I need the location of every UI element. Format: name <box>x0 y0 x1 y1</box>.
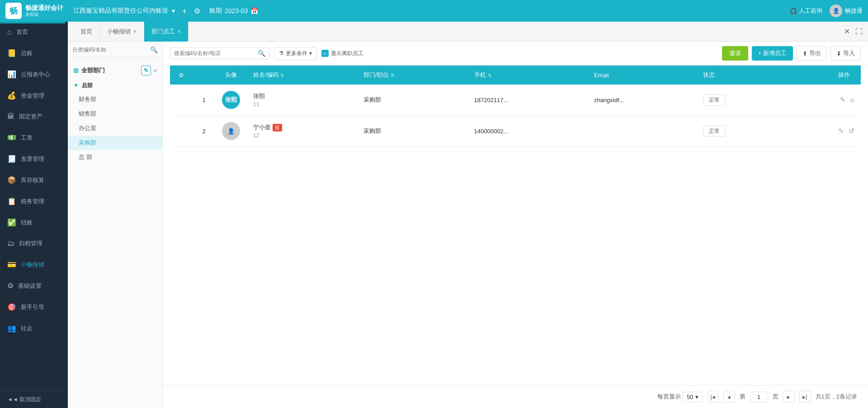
dept-item-xiaoshou[interactable]: 销售部 <box>68 107 162 121</box>
page-next-button[interactable]: ▸ <box>783 391 795 403</box>
close-window-icon[interactable]: ✕ <box>844 27 850 36</box>
th-phone[interactable]: 手机 ⇅ <box>468 66 588 84</box>
user-name: 畅捷通 <box>845 7 863 15</box>
sidebar-item-label: 发票管理 <box>21 155 44 163</box>
th-settings[interactable]: ⚙ <box>170 66 193 84</box>
page-number-input[interactable] <box>750 392 768 402</box>
dept-item-bangongshi[interactable]: 办公室 <box>68 121 162 136</box>
status-badge: 正常 <box>703 94 726 106</box>
sidebar-item-salary[interactable]: 💵 工资 <box>0 127 68 148</box>
per-page-dropdown[interactable]: 50 ▾ <box>683 392 702 402</box>
sidebar-item-inventory[interactable]: 📦 库存核算 <box>0 169 68 191</box>
header-add-icon[interactable]: ＋ <box>180 5 189 16</box>
import-icon: ⬇ <box>836 50 841 57</box>
maximize-window-icon[interactable]: ⛶ <box>855 28 863 36</box>
name-code-cell: 张熙11 <box>247 84 357 116</box>
export-icon: ⬆ <box>802 50 807 57</box>
dept-item-caigou[interactable]: 采购部 <box>68 136 162 150</box>
tab-expense-close[interactable]: × <box>133 28 137 35</box>
th-name-code[interactable]: 姓名/编码 ⇅ <box>247 66 357 84</box>
sidebar-item-home[interactable]: ⌂ 首页 <box>0 22 68 42</box>
export-button[interactable]: ⬆ 导出 <box>797 46 827 61</box>
avatar-cell: 张熙 <box>215 84 247 116</box>
sidebar-item-label: 归档管理 <box>19 239 42 248</box>
filter-button[interactable]: ⚗ 更多条件 ▾ <box>274 47 317 60</box>
sidebar-item-tax[interactable]: 📋 税务管理 <box>0 191 68 212</box>
dept-item-caiwu[interactable]: 财务部 <box>68 92 162 107</box>
invite-button[interactable]: 邀请 <box>722 46 748 61</box>
guide-icon: 🎯 <box>7 303 16 311</box>
assets-icon: 🏛 <box>7 113 14 121</box>
emp-search-icon[interactable]: 🔍 <box>258 50 265 57</box>
show-resigned-checkbox[interactable]: ✓ 显示离职员工 <box>321 50 363 57</box>
import-button[interactable]: ⬇ 导入 <box>830 46 861 61</box>
th-actions: 操作 <box>787 66 861 84</box>
tab-dept-close[interactable]: × <box>178 28 181 35</box>
logo-area: 畅 畅捷通好会计 旗舰版 <box>5 3 73 19</box>
dept-search-input[interactable] <box>72 47 147 53</box>
calendar-icon[interactable]: 📅 <box>250 7 258 14</box>
sidebar-item-reports[interactable]: 📊 云报表中心 <box>0 64 68 85</box>
delete-employee-icon[interactable]: ↺ <box>849 127 854 135</box>
sidebar-item-label: 新手引导 <box>21 303 44 311</box>
sidebar-item-assets[interactable]: 🏛 固定资产 <box>0 106 68 127</box>
dept-all-icon: ⊞ <box>73 67 79 74</box>
page-first-button[interactable]: |◂ <box>707 391 719 403</box>
dept-search-icon[interactable]: 🔍 <box>150 46 158 53</box>
sidebar-item-ledger[interactable]: 📒 总账 <box>0 42 68 64</box>
dept-item-zongbu2[interactable]: 总 部 <box>68 150 162 164</box>
sidebar-item-funds[interactable]: 💰 资金管理 <box>0 85 68 106</box>
row-settings-cell <box>170 116 193 147</box>
header-settings-icon[interactable]: ⚙ <box>194 7 200 15</box>
row-num-cell: 1 <box>193 84 215 116</box>
period-value: 2023-03 <box>225 7 248 14</box>
sidebar-item-settings[interactable]: ⚙ 基础设置 <box>0 275 68 296</box>
expand-icon[interactable]: ▼ <box>73 82 79 89</box>
tab-home[interactable]: 首页 <box>73 22 100 42</box>
filter-icon: ⚗ <box>279 50 284 56</box>
dept-edit-button[interactable]: ✎ <box>141 66 151 75</box>
dept-all-row[interactable]: ⊞ 全部部门 ✎ « <box>68 62 162 79</box>
name-code-cell: 宁小壹应12 <box>247 116 357 147</box>
dept-all-label: 全部部门 <box>81 66 105 75</box>
top-header: 畅 畅捷通好会计 旗舰版 江西服宝精品有限责任公司内账张 ▾ ＋ ⚙ 账期 20… <box>0 0 868 22</box>
employee-name: 宁小壹 <box>253 123 271 131</box>
sidebar-item-label: 总账 <box>21 49 33 57</box>
sidebar-item-label: 税务管理 <box>21 197 44 206</box>
page-prev-button[interactable]: ◂ <box>723 391 735 403</box>
sidebar-item-more[interactable]: 👥 社众 <box>0 318 68 339</box>
sidebar-item-checkout[interactable]: ✅ 结账 <box>0 212 68 233</box>
sidebar: ⌂ 首页 📒 总账 📊 云报表中心 💰 资金管理 🏛 固定资产 💵 工资 🧾 发… <box>0 22 68 408</box>
sidebar-unpin-button[interactable]: ◄◄ 取消固定 <box>0 391 68 408</box>
sidebar-item-archive[interactable]: 🗂 归档管理 <box>0 233 68 254</box>
th-dept-position[interactable]: 部门/职位 ⇅ <box>357 66 467 84</box>
logo-text-area: 畅捷通好会计 旗舰版 <box>25 4 63 18</box>
employee-table: ⚙ 头像 姓名/编码 ⇅ <box>170 66 861 147</box>
emp-search-input[interactable] <box>174 50 255 56</box>
sidebar-item-expense[interactable]: 💳 小畅报销 <box>0 254 68 275</box>
company-dropdown-icon[interactable]: ▾ <box>172 7 175 14</box>
dept-collapse-icon[interactable]: « <box>154 67 157 74</box>
employee-panel: 🔍 ⚗ 更多条件 ▾ ✓ 显示离职员工 邀请 <box>163 42 868 408</box>
header-user[interactable]: 👤 畅捷通 <box>830 5 863 17</box>
tab-expense[interactable]: 小畅报销 × <box>100 22 144 42</box>
table-row: 2👤宁小壹应12采购部140000002...正常✎↺ <box>170 116 861 147</box>
logout-employee-icon[interactable]: ⎋ <box>850 96 854 104</box>
toolbar-right: 邀请 + 新增员工 ⬆ 导出 ⬇ 导入 <box>722 46 861 61</box>
sidebar-scroll-indicator <box>0 22 65 23</box>
add-employee-button[interactable]: + 新增员工 <box>752 46 793 61</box>
table-header-row: ⚙ 头像 姓名/编码 ⇅ <box>170 66 861 84</box>
emp-table-wrapper: ⚙ 头像 姓名/编码 ⇅ <box>163 66 868 385</box>
edit-employee-icon[interactable]: ✎ <box>838 127 844 135</box>
sidebar-item-invoice[interactable]: 🧾 发票管理 <box>0 148 68 169</box>
sidebar-item-label: 首页 <box>16 28 28 36</box>
sidebar-item-label: 云报表中心 <box>21 70 50 79</box>
edit-employee-icon[interactable]: ✎ <box>840 96 846 104</box>
sidebar-item-label: 库存核算 <box>21 176 44 184</box>
sidebar-item-guide[interactable]: 🎯 新手引导 <box>0 296 68 318</box>
email-cell: zhangxidf... <box>588 84 697 116</box>
main-layout: ⌂ 首页 📒 总账 📊 云报表中心 💰 资金管理 🏛 固定资产 💵 工资 🧾 发… <box>0 22 868 408</box>
header-service[interactable]: 🎧 人工咨询 <box>790 7 822 15</box>
tab-dept[interactable]: 部门员工 × <box>144 22 189 42</box>
page-last-button[interactable]: ▸| <box>799 391 811 403</box>
